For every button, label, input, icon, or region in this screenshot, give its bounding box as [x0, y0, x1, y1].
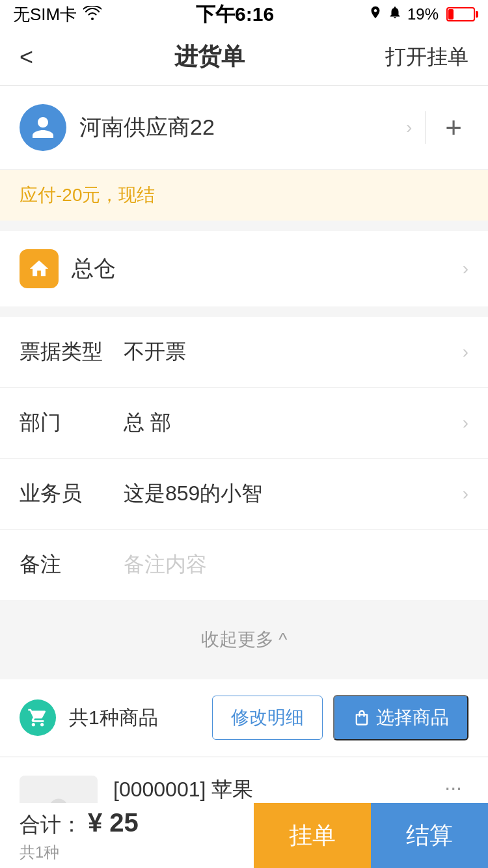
collapse-bar[interactable]: 收起更多 ^: [0, 610, 488, 669]
sales-value: 这是859的小智: [111, 480, 463, 508]
remark-input[interactable]: 备注内容: [111, 550, 468, 579]
status-bar: 无SIM卡 下午6:16 19%: [0, 0, 488, 29]
page-title: 进货单: [174, 41, 245, 73]
status-left: 无SIM卡: [13, 3, 102, 26]
product-count-text: 共1种商品: [69, 705, 212, 731]
total-sub: 共1种: [20, 842, 234, 863]
warehouse-row[interactable]: 总仓 ›: [0, 231, 488, 306]
edit-detail-button[interactable]: 修改明细: [212, 696, 323, 740]
supplier-name: 河南供应商22: [79, 113, 406, 142]
dept-chevron: ›: [463, 413, 468, 433]
notice-bar: 应付-20元，现结: [0, 170, 488, 221]
select-product-button[interactable]: 选择商品: [333, 695, 468, 740]
nav-bar: < 进货单 打开挂单: [0, 29, 488, 86]
cart-icon: [353, 709, 371, 727]
product-name: [0000001] 苹果: [113, 776, 438, 804]
status-right: 19%: [368, 5, 475, 23]
invoice-row[interactable]: 票据类型 不开票 ›: [0, 317, 488, 388]
warehouse-name: 总仓: [72, 254, 463, 284]
supplier-row[interactable]: 河南供应商22 › +: [0, 86, 488, 170]
remark-label: 备注: [20, 550, 111, 579]
warehouse-icon: [20, 249, 59, 288]
sales-row[interactable]: 业务员 这是859的小智 ›: [0, 459, 488, 530]
product-more-button[interactable]: ···: [438, 776, 468, 800]
product-count-icon: [20, 699, 56, 736]
dept-label: 部门: [20, 409, 111, 437]
wifi-icon: [83, 5, 102, 25]
dept-value: 总 部: [111, 409, 463, 437]
supplier-avatar: [20, 104, 66, 151]
battery-icon: [446, 7, 475, 21]
alarm-icon: [388, 5, 402, 23]
form-section: 票据类型 不开票 › 部门 总 部 › 业务员 这是859的小智 › 备注 备注…: [0, 317, 488, 600]
pend-button[interactable]: 挂单: [254, 803, 371, 868]
bottom-total: 合计： ¥ 25 共1种: [0, 803, 254, 868]
remark-row[interactable]: 备注 备注内容: [0, 530, 488, 600]
status-time: 下午6:16: [196, 1, 274, 28]
sales-label: 业务员: [20, 480, 111, 508]
battery-percent: 19%: [407, 5, 439, 23]
location-icon: [368, 5, 383, 23]
product-code: [0000001]: [113, 778, 206, 801]
bottom-bar: 合计： ¥ 25 共1种 挂单 结算: [0, 803, 488, 868]
warehouse-section: 总仓 ›: [0, 231, 488, 306]
warehouse-chevron: ›: [463, 258, 468, 279]
supplier-chevron: ›: [406, 117, 412, 138]
invoice-chevron: ›: [463, 342, 468, 362]
open-pend-button[interactable]: 打开挂单: [385, 43, 468, 72]
total-amount: ¥ 25: [88, 808, 139, 837]
supplier-section: 河南供应商22 › + 应付-20元，现结: [0, 86, 488, 221]
settle-button[interactable]: 结算: [371, 803, 488, 868]
product-title: 苹果: [211, 778, 253, 801]
carrier-text: 无SIM卡: [13, 3, 77, 26]
add-button[interactable]: +: [439, 111, 468, 144]
product-header: 共1种商品 修改明细 选择商品: [0, 679, 488, 756]
supplier-divider: [425, 111, 426, 144]
select-product-label: 选择商品: [376, 705, 449, 730]
content: 河南供应商22 › + 应付-20元，现结 总仓 › 票据类型 不开票 › 部门…: [0, 86, 488, 868]
dept-row[interactable]: 部门 总 部 ›: [0, 388, 488, 459]
total-main: 合计： ¥ 25: [20, 808, 234, 839]
back-button[interactable]: <: [20, 44, 33, 71]
total-label: 合计：: [20, 813, 82, 836]
invoice-value: 不开票: [111, 338, 463, 366]
sales-chevron: ›: [463, 483, 468, 504]
invoice-label: 票据类型: [20, 338, 111, 366]
